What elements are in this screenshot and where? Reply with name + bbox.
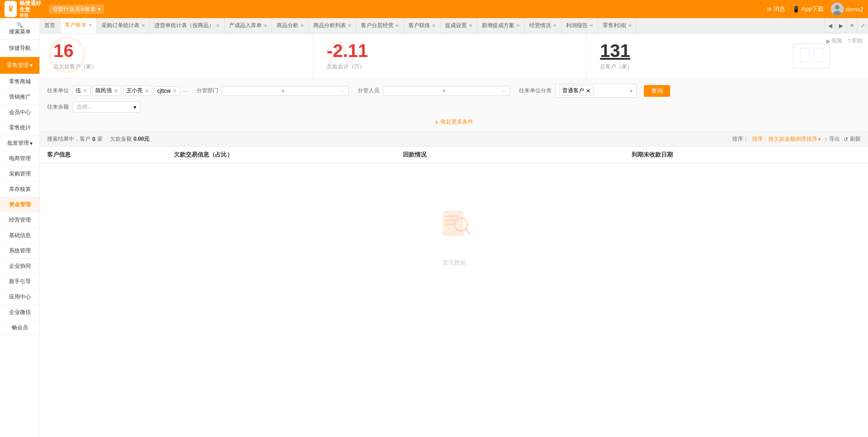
export-btn[interactable]: ↑ 导出	[825, 135, 840, 143]
result-bar-right: 排序： 排序：按欠款金额倒序排序 ▾ ↑ 导出 ↺ 刷新	[732, 135, 861, 143]
sidebar-item-retail-mall[interactable]: 零售商城	[0, 74, 39, 90]
tab-product-analysis[interactable]: 商品分析 ✕	[272, 18, 309, 33]
store-select[interactable]: 母婴行业演示帐套 ▾	[49, 5, 104, 14]
tab-customer-tier[interactable]: 客户分层经营 ✕	[356, 18, 404, 33]
stat-label-arrears-total: 欠款合计（万）	[327, 63, 573, 71]
sidebar-item-guide[interactable]: 新手引导	[0, 274, 39, 290]
collapse-btn[interactable]: ∧ 收起更多条件	[47, 116, 861, 128]
sidebar: 🔍 搜索菜单 快捷导航 零售管理 ▾ 零售商城 营销推广 会员中心 零售统计	[0, 18, 40, 437]
sidebar-item-member-center[interactable]: 会员中心	[0, 105, 39, 120]
sidebar-item-vip[interactable]: 畅会员	[0, 320, 39, 336]
query-btn[interactable]: 查询	[644, 85, 670, 97]
export-icon: ↑	[825, 136, 827, 142]
close-tab-customer-tier[interactable]: ✕	[395, 23, 399, 28]
sidebar-item-wholesale-mgmt[interactable]: 批发管理 ▾	[0, 136, 39, 151]
sidebar-item-purchase-mgmt[interactable]: 采购管理	[0, 166, 39, 182]
sidebar-item-marketing[interactable]: 营销推广	[0, 90, 39, 105]
sidebar-search[interactable]: 🔍 搜索菜单	[0, 18, 39, 40]
more-tags-btn[interactable]: ···	[182, 87, 187, 95]
close-tab-profit-report[interactable]: ✕	[590, 23, 593, 28]
video-help-btn[interactable]: ▶ 视频	[826, 37, 842, 45]
sidebar-item-retail-mgmt[interactable]: 零售管理 ▾	[0, 57, 39, 74]
person-dropdown[interactable]: ▾ ···	[383, 86, 510, 96]
refresh-btn[interactable]: ↺ 刷新	[844, 135, 861, 143]
tab-accounts[interactable]: 客户账本 ✕	[60, 18, 97, 33]
content-area: 首页 客户账本 ✕ 采购订单统计表 ✕ 进货单统计表（按商品） ✕ 产成品入库单…	[40, 18, 868, 437]
sidebar-item-retail-stats[interactable]: 零售统计	[0, 120, 39, 136]
close-tab-new-commission[interactable]: ✕	[516, 23, 520, 28]
dept-label: 分管部门	[197, 87, 218, 95]
remove-tag-chenminqiang[interactable]: ✕	[114, 88, 118, 94]
sidebar-item-ecommerce[interactable]: 电商管理	[0, 151, 39, 166]
refresh-icon: ↺	[844, 136, 848, 142]
sidebar-item-app-center[interactable]: 应用中心	[0, 290, 39, 305]
tab-maximize-btn[interactable]: ⤢	[857, 18, 868, 33]
tab-ops-situation[interactable]: 经营情况 ✕	[525, 18, 561, 33]
tab-close-all-btn[interactable]: ✕	[846, 18, 857, 33]
app-download-btn[interactable]: 📱 App下载	[792, 5, 824, 13]
close-tab-retail-profit[interactable]: ✕	[628, 23, 632, 28]
logo-text: 畅捷通好生意	[19, 0, 44, 13]
col-due-date: 到期未收款日期	[632, 151, 861, 159]
remain-label: 往来余额	[47, 103, 69, 111]
tab-customer-contact[interactable]: 客户联络 ✕	[404, 18, 441, 33]
tab-next-btn[interactable]: ▶	[835, 18, 846, 33]
filter-area: 往来单位 伍 ✕ 陈民强 ✕ 王小亮	[40, 78, 868, 132]
avatar	[831, 3, 844, 15]
svg-text:¥: ¥	[62, 48, 71, 64]
filter-tag-chenminqiang[interactable]: 陈民强 ✕	[92, 86, 121, 96]
messages-btn[interactable]: ✉ 消息	[767, 5, 785, 13]
close-tab-accounts[interactable]: ✕	[88, 23, 92, 28]
tab-product-list[interactable]: 商品分析列表 ✕	[309, 18, 356, 33]
sidebar-item-ops-mgmt[interactable]: 经营管理	[0, 213, 39, 228]
tab-inbound-stats[interactable]: 进货单统计表（按商品） ✕	[150, 18, 225, 33]
tab-retail-profit[interactable]: 零售利润( ✕	[598, 18, 637, 33]
tab-prev-btn[interactable]: ◀	[825, 18, 835, 33]
col-customer-info: 客户信息	[47, 151, 174, 159]
stat-total-customers: ▶ 视频 ? 帮助 131 总客户（家）	[586, 33, 868, 78]
tab-cost-inbound[interactable]: 产成品入库单 ✕	[225, 18, 272, 33]
close-tab-commission-settings[interactable]: ✕	[469, 23, 472, 28]
sidebar-item-corp-collab[interactable]: 企业协同	[0, 259, 39, 274]
tab-purchase-summary[interactable]: 采购订单统计表 ✕	[97, 18, 150, 33]
tab-commission-settings[interactable]: 提成设置 ✕	[441, 18, 477, 33]
filter-row-1: 往来单位 伍 ✕ 陈民强 ✕ 王小亮	[47, 84, 861, 98]
sidebar-item-wecom[interactable]: 企业微信	[0, 305, 39, 320]
unit-category-dropdown[interactable]: 普通客户 ✕ ▾	[555, 84, 637, 98]
sidebar-item-basic-info[interactable]: 基础信息	[0, 228, 39, 243]
tab-home[interactable]: 首页	[40, 18, 60, 33]
close-tab-product-list[interactable]: ✕	[348, 23, 351, 28]
remove-tag-cjttcw[interactable]: ✕	[173, 88, 177, 94]
user-avatar-btn[interactable]: demo2	[831, 3, 863, 15]
help-btn[interactable]: ? 帮助	[848, 37, 863, 45]
close-tab-inbound-stats[interactable]: ✕	[216, 23, 220, 28]
sidebar-item-inventory[interactable]: 库存核算	[0, 182, 39, 197]
sidebar-item-quick-nav[interactable]: 快捷导航	[0, 40, 39, 57]
remove-tag-wangxiaoliang[interactable]: ✕	[144, 88, 149, 94]
close-tab-product-analysis[interactable]: ✕	[300, 23, 304, 28]
remain-select[interactable]: 选择... ▾	[72, 101, 140, 113]
dept-arrow: ▾	[282, 88, 284, 94]
remove-tag-wu[interactable]: ✕	[83, 88, 87, 94]
filter-tag-wu[interactable]: 伍 ✕	[72, 86, 91, 96]
chevron-up-icon: ∧	[435, 119, 439, 125]
sidebar-item-finance[interactable]: 资金管理	[0, 197, 39, 213]
empty-text: 暂无数据	[442, 259, 466, 267]
biz-unit-label: 往来单位	[47, 87, 69, 95]
person-ellipsis: ···	[501, 88, 506, 94]
tab-profit-report[interactable]: 利润报告 ✕	[561, 18, 598, 33]
filter-tag-wangxiaoliang[interactable]: 王小亮 ✕	[123, 86, 152, 96]
close-tab-customer-contact[interactable]: ✕	[432, 23, 436, 28]
remove-unit-category-tag[interactable]: ✕	[586, 88, 590, 94]
table-body: 暂无数据	[40, 163, 868, 303]
sidebar-item-sys-mgmt[interactable]: 系统管理	[0, 243, 39, 259]
close-tab-ops-situation[interactable]: ✕	[553, 23, 556, 28]
close-tab-purchase-summary[interactable]: ✕	[141, 23, 145, 28]
filter-tag-cjttcw[interactable]: cjttcw ✕	[154, 86, 180, 95]
sort-btn[interactable]: 排序：按欠款金额倒序排序 ▾	[752, 135, 821, 143]
tab-new-commission[interactable]: 新增提成方案 ✕	[477, 18, 525, 33]
close-tab-cost-inbound[interactable]: ✕	[264, 23, 267, 28]
remain-placeholder: 选择...	[77, 103, 92, 111]
dept-dropdown[interactable]: ▾ ···	[222, 86, 349, 96]
sort-chevron-icon: ▾	[818, 136, 821, 142]
